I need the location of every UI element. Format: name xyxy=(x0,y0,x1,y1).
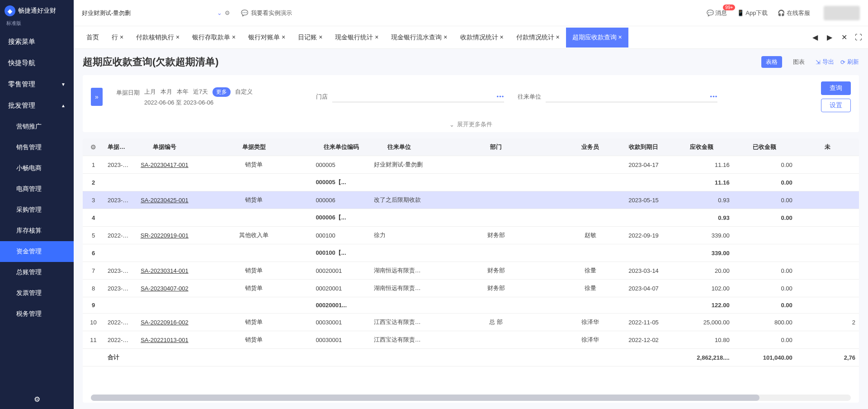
sidebar-item[interactable]: 零售管理▼ xyxy=(0,74,74,95)
customer-service-button[interactable]: 🎧 在线客服 xyxy=(778,9,810,17)
tab[interactable]: 日记账 × xyxy=(292,28,329,48)
date-option[interactable]: 自定义 xyxy=(235,88,253,96)
view-chart-button[interactable]: 图表 xyxy=(788,56,809,68)
table-header: 单据日期 xyxy=(104,138,133,156)
doc-no-link[interactable]: SA-20230407-002 xyxy=(141,285,189,292)
tabs-prev-button[interactable]: ◀ xyxy=(808,31,822,44)
table-row[interactable]: 12023-04-17SA-20230417-001销货单000005好业财测试… xyxy=(83,156,859,174)
horizontal-scrollbar[interactable] xyxy=(91,395,851,401)
tab[interactable]: 付款核销执行 × xyxy=(130,28,186,48)
store-picker-icon[interactable]: ••• xyxy=(497,93,505,100)
user-avatar[interactable] xyxy=(824,6,860,20)
date-option[interactable]: 本月 xyxy=(160,88,172,96)
table-header: 未 xyxy=(796,138,859,156)
sidebar-item[interactable]: 税务管理 xyxy=(0,304,74,324)
date-option[interactable]: 近7天 xyxy=(193,88,208,96)
page-actions: 表格 图表 ⇲导出 ⟳刷新 xyxy=(761,56,859,68)
phone-icon: 📱 xyxy=(737,10,744,16)
sidebar-item[interactable]: 快捷导航 xyxy=(0,52,74,74)
tab[interactable]: 收款情况统计 × xyxy=(454,28,510,48)
table-header: 往来单位 xyxy=(370,138,428,156)
doc-no-link[interactable]: SA-20230417-001 xyxy=(141,162,189,168)
tab[interactable]: 付款情况统计 × xyxy=(510,28,566,48)
nav: 搜索菜单快捷导航零售管理▼批发管理▲营销推广销售管理小畅电商电商管理采购管理库存… xyxy=(0,31,74,390)
tab[interactable]: 现金银行流水查询 × xyxy=(385,28,453,48)
topbar: 好业财测试-量勿删 ⌄ ⚙ 💬 我要看实例演示 💬 消息 99+ 📱 App下载 xyxy=(74,0,868,26)
filter-store-label: 门店 xyxy=(316,91,328,101)
collapse-filters-button[interactable]: » xyxy=(91,88,103,106)
table-row[interactable]: 72023-03-14SA-20230314-001销货单00020001湖南恒… xyxy=(83,262,859,280)
unit-picker-icon[interactable]: ••• xyxy=(710,93,718,100)
tab[interactable]: 首页 xyxy=(80,28,105,48)
filter-unit: 往来单位 ••• xyxy=(518,91,717,102)
messages-label: 消息 xyxy=(715,10,727,16)
table-header: 部门 xyxy=(428,138,564,156)
view-table-button[interactable]: 表格 xyxy=(761,56,782,68)
page-title: 超期应收款查询(欠款超期清单) xyxy=(83,55,219,69)
topbar-right: 💬 消息 99+ 📱 App下载 🎧 在线客服 xyxy=(707,6,860,20)
sidebar-item[interactable]: 营销推广 xyxy=(0,116,74,137)
tab[interactable]: 银行存取款单 × xyxy=(186,28,242,48)
settings-gear-icon[interactable]: ⚙ xyxy=(0,390,74,409)
table-header: 往来单位编码 xyxy=(312,138,370,156)
tabs-row: 首页行 ×付款核销执行 ×银行存取款单 ×银行对账单 ×日记账 ×现金银行统计 … xyxy=(74,26,868,49)
scrollbar-thumb[interactable] xyxy=(91,395,760,401)
date-option[interactable]: 上月 xyxy=(144,88,156,96)
messages-button[interactable]: 💬 消息 99+ xyxy=(707,9,727,17)
table-row[interactable]: 32023-04-25SA-20230425-001销货单000006改了之后限… xyxy=(83,191,859,209)
table-row[interactable]: 102022-09-16SA-20220916-002销货单00030001江西… xyxy=(83,314,859,331)
sidebar-item[interactable]: 资金管理 xyxy=(0,241,74,262)
logo: ◆ 畅捷通好业财 xyxy=(0,0,74,22)
table-settings-icon[interactable]: ⚙ xyxy=(90,143,96,151)
tabs-close-button[interactable]: ✕ xyxy=(837,31,851,44)
tabs-next-button[interactable]: ▶ xyxy=(823,31,836,44)
doc-no-link[interactable]: SA-20221013-001 xyxy=(141,337,189,343)
sidebar-item[interactable]: 总账管理 xyxy=(0,262,74,283)
sidebar-item[interactable]: 采购管理 xyxy=(0,200,74,220)
date-option[interactable]: 更多 xyxy=(212,87,231,97)
doc-no-link[interactable]: SA-20220916-002 xyxy=(141,319,189,326)
sidebar-item[interactable]: 小畅电商 xyxy=(0,158,74,179)
sidebar-item[interactable]: 库存核算 xyxy=(0,220,74,241)
query-button[interactable]: 查询 xyxy=(821,81,851,95)
logo-icon: ◆ xyxy=(5,5,15,16)
unit-input[interactable] xyxy=(546,91,707,102)
messages-badge: 99+ xyxy=(723,5,735,10)
table-row[interactable]: 2000005【...11.160.00 xyxy=(83,174,859,191)
table-row[interactable]: 112022-10-13SA-20221013-001销货单00030001江西… xyxy=(83,331,859,349)
refresh-button[interactable]: ⟳刷新 xyxy=(840,58,859,66)
tab[interactable]: 超期应收款查询 × xyxy=(566,28,628,48)
table-row[interactable]: 52022-09-19SR-20220919-001其他收入单000100徐力财… xyxy=(83,227,859,244)
app-download-label: App下载 xyxy=(745,10,768,16)
store-input[interactable] xyxy=(332,91,494,102)
table-row[interactable]: 82023-04-07SA-20230407-002销货单00020001湖南恒… xyxy=(83,280,859,297)
table-row[interactable]: 900020001...122.000.00 xyxy=(83,297,859,314)
sidebar-item[interactable]: 发票管理 xyxy=(0,283,74,304)
project-settings-icon[interactable]: ⚙ xyxy=(225,10,230,16)
doc-no-link[interactable]: SA-20230425-001 xyxy=(141,197,189,204)
project-name: 好业财测试-量勿删 xyxy=(82,9,131,17)
page-header: 超期应收款查询(欠款超期清单) 表格 图表 ⇲导出 ⟳刷新 xyxy=(83,55,859,69)
sidebar-item[interactable]: 电商管理 xyxy=(0,179,74,200)
doc-no-link[interactable]: SA-20230314-001 xyxy=(141,267,189,274)
tab[interactable]: 现金银行统计 × xyxy=(329,28,385,48)
sidebar-item[interactable]: 销售管理 xyxy=(0,137,74,158)
sidebar-item[interactable]: 搜索菜单 xyxy=(0,31,74,52)
table-row[interactable]: 4000006【...0.930.00 xyxy=(83,209,859,227)
export-button[interactable]: ⇲导出 xyxy=(816,58,834,66)
tabs-expand-button[interactable]: ⛶ xyxy=(852,31,865,44)
table-header: 业务员 xyxy=(564,138,617,156)
filter-setting-button[interactable]: 设置 xyxy=(821,99,851,112)
date-option[interactable]: 本年 xyxy=(177,88,189,96)
tab[interactable]: 行 × xyxy=(105,28,130,48)
project-selector[interactable]: 好业财测试-量勿删 ⌄ xyxy=(82,9,222,17)
table-scroll[interactable]: ⚙单据日期单据编号单据类型往来单位编码往来单位部门业务员收款到期日应收金额已收金… xyxy=(83,138,859,395)
doc-no-link[interactable]: SR-20220919-001 xyxy=(141,232,189,239)
expand-filters-button[interactable]: ⌄ 展开更多条件 xyxy=(91,117,851,132)
table-row[interactable]: 6000100【...339.00 xyxy=(83,244,859,262)
tab[interactable]: 银行对账单 × xyxy=(242,28,292,48)
filter-panel: » 单据日期 上月本月本年近7天更多自定义 2022-06-06 至 2023-… xyxy=(83,75,859,132)
sidebar-item[interactable]: 批发管理▲ xyxy=(0,95,74,116)
app-download-button[interactable]: 📱 App下载 xyxy=(737,9,768,17)
demo-link[interactable]: 💬 我要看实例演示 xyxy=(241,9,292,17)
